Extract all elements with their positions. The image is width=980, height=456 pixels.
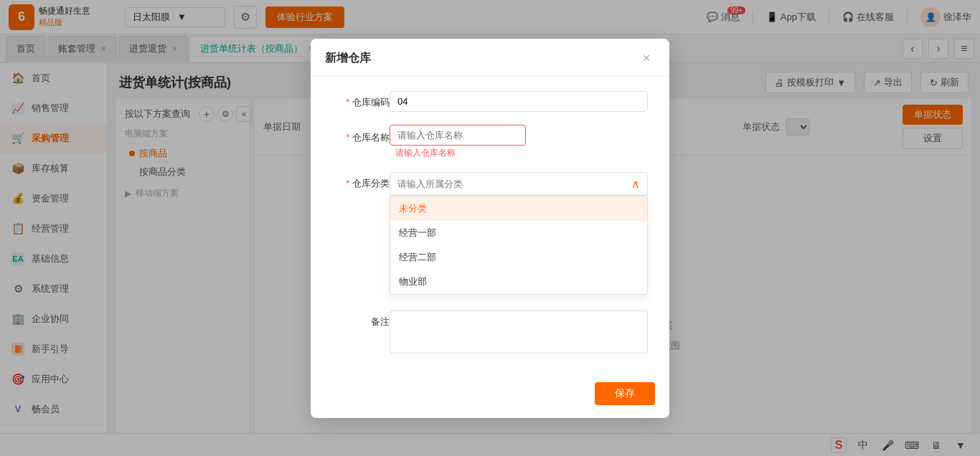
save-button[interactable]: 保存: [595, 382, 655, 405]
name-input-wrap: [390, 125, 526, 146]
dialog-body: 仓库编码 仓库名称 请输入仓库名称 仓库分类: [311, 77, 669, 374]
warehouse-name-row: 仓库名称 请输入仓库名称: [332, 125, 648, 159]
dialog-header: 新增仓库 ×: [311, 39, 669, 77]
modal-overlay[interactable]: 新增仓库 × 仓库编码 仓库名称 请输入仓库名称: [0, 0, 980, 456]
dropdown-option-property[interactable]: 物业部: [390, 270, 647, 294]
name-error-msg: 请输入仓库名称: [395, 148, 456, 158]
dialog-title: 新增仓库: [325, 51, 371, 66]
name-input[interactable]: [390, 125, 526, 146]
add-warehouse-dialog: 新增仓库 × 仓库编码 仓库名称 请输入仓库名称: [311, 39, 669, 418]
category-dropdown-list: 未分类 经营一部 经营二部 物业部: [390, 196, 648, 295]
dropdown-chevron-icon[interactable]: ∧: [631, 177, 640, 191]
code-input[interactable]: [390, 91, 648, 112]
category-dropdown[interactable]: ∧: [390, 172, 648, 196]
category-label: 仓库分类: [332, 172, 390, 190]
dialog-close-button[interactable]: ×: [638, 50, 655, 67]
category-input-wrap: ∧ 未分类 经营一部 经营二部 物业部: [390, 172, 648, 196]
category-input[interactable]: [397, 179, 631, 189]
note-row: 备注: [332, 310, 648, 353]
dropdown-option-dept2[interactable]: 经营二部: [390, 245, 647, 270]
warehouse-category-row: 仓库分类 ∧ 未分类 经营一部 经营二部 物业部: [332, 172, 648, 196]
warehouse-code-row: 仓库编码: [332, 91, 648, 112]
name-label: 仓库名称: [332, 126, 390, 144]
note-label: 备注: [332, 310, 390, 328]
code-label: 仓库编码: [332, 91, 390, 109]
dropdown-option-unclassified[interactable]: 未分类: [390, 196, 647, 221]
note-textarea[interactable]: [390, 310, 648, 353]
dialog-footer: 保存: [311, 374, 669, 418]
code-input-wrap: [390, 91, 648, 112]
dropdown-option-dept1[interactable]: 经营一部: [390, 221, 647, 245]
